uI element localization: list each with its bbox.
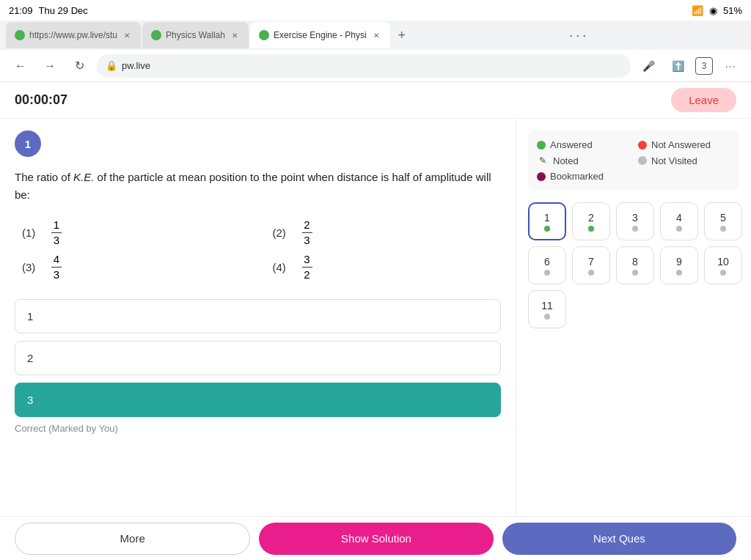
tab-favicon-1	[15, 30, 25, 40]
microphone-icon[interactable]: 🎤	[637, 54, 660, 78]
q-cell-8[interactable]: 8	[616, 246, 654, 284]
tab-close-1[interactable]: ✕	[122, 30, 132, 40]
q-cell-10[interactable]: 10	[704, 246, 742, 284]
question-number-grid: 1 2 3 4 5 6 7	[528, 202, 739, 328]
q-cell-5[interactable]: 5	[704, 202, 742, 240]
legend-not-answered: Not Answered	[638, 139, 730, 150]
answer-choice-1[interactable]: 1	[15, 299, 501, 334]
q-cell-3[interactable]: 3	[616, 202, 654, 240]
nav-bar: ← → ↻ 🔒 pw.live 🎤 ⬆️ 3 ···	[0, 50, 751, 82]
battery-indicator: ◉	[709, 5, 717, 16]
reload-button[interactable]: ↻	[67, 54, 91, 78]
app-header: 00:00:07 Leave	[0, 82, 751, 119]
tab-favicon-3	[259, 30, 269, 40]
option-3: (3) 4 3	[22, 253, 251, 281]
fraction-3-den: 3	[51, 268, 62, 281]
new-tab-button[interactable]: +	[392, 25, 412, 45]
fraction-4-den: 2	[302, 268, 312, 281]
legend-not-visited: Not Visited	[638, 155, 730, 166]
main-content: 1 The ratio of K.E. of the particle at m…	[0, 119, 751, 516]
lock-icon: 🔒	[106, 60, 117, 71]
noted-label: Noted	[553, 155, 579, 166]
tab-exercise-engine[interactable]: Exercise Engine - Physi ✕	[250, 22, 390, 48]
next-question-button[interactable]: Next Ques	[502, 523, 736, 555]
fraction-3: 4 3	[51, 253, 62, 281]
q-cell-7[interactable]: 7	[572, 246, 610, 284]
q-cell-6[interactable]: 6	[528, 246, 566, 284]
fraction-3-num: 4	[51, 253, 62, 268]
q-num-1: 1	[544, 212, 550, 224]
tab-close-3[interactable]: ✕	[371, 30, 381, 40]
option-label-3: (3)	[22, 261, 44, 273]
q-cell-4[interactable]: 4	[660, 202, 698, 240]
q-num-10: 10	[717, 256, 729, 268]
fraction-1-num: 1	[51, 218, 62, 233]
q-dot-8	[632, 270, 638, 276]
fraction-4-num: 3	[302, 253, 312, 268]
tabs-count-button[interactable]: 3	[695, 57, 713, 75]
legend-answered: Answered	[537, 139, 629, 150]
option-4: (4) 3 2	[273, 253, 502, 281]
more-options-icon[interactable]: ···	[719, 54, 742, 78]
question-panel: 1 The ratio of K.E. of the particle at m…	[0, 119, 516, 516]
q-num-5: 5	[720, 212, 726, 224]
answered-dot	[537, 141, 546, 150]
q-dot-10	[720, 270, 726, 276]
option-label-1: (1)	[22, 226, 44, 239]
option-1: (1) 1 3	[22, 218, 251, 247]
options-grid: (1) 1 3 (2) 2 3 (3) 4 3	[15, 218, 501, 281]
q-num-4: 4	[676, 212, 682, 224]
q-num-2: 2	[588, 212, 594, 224]
q-dot-9	[676, 270, 682, 276]
legend-noted: ✎ Noted	[537, 155, 629, 166]
tab-label-1: https://www.pw.live/stu	[29, 30, 117, 40]
q-cell-9[interactable]: 9	[660, 246, 698, 284]
tab-close-2[interactable]: ✕	[230, 30, 240, 40]
fraction-2: 2 3	[302, 218, 312, 247]
fraction-4: 3 2	[302, 253, 312, 281]
tab-physics-wallah[interactable]: Physics Wallah ✕	[142, 22, 249, 48]
q-cell-11[interactable]: 11	[528, 290, 566, 328]
url-text: pw.live	[122, 60, 150, 71]
leave-button[interactable]: Leave	[671, 88, 736, 112]
q-dot-7	[588, 270, 594, 276]
not-answered-label: Not Answered	[651, 139, 711, 150]
fraction-1-den: 3	[51, 233, 62, 247]
q-dot-2	[588, 226, 594, 232]
question-text: The ratio of K.E. of the particle at mea…	[15, 169, 501, 204]
bottom-bar: More Show Solution Next Ques	[0, 516, 751, 560]
timer-display: 00:00:07	[15, 92, 67, 108]
q-dot-6	[544, 270, 550, 276]
more-button[interactable]: More	[15, 523, 250, 555]
q-dot-11	[544, 314, 550, 320]
q-dot-4	[676, 226, 682, 232]
browser-actions: 🎤 ⬆️ 3 ···	[637, 54, 742, 78]
back-button[interactable]: ←	[9, 54, 32, 78]
answer-choice-3[interactable]: 3	[15, 383, 501, 417]
fraction-1: 1 3	[51, 218, 62, 247]
address-bar[interactable]: 🔒 pw.live	[97, 54, 631, 78]
tab-pw-live[interactable]: https://www.pw.live/stu ✕	[6, 22, 141, 48]
option-label-2: (2)	[273, 226, 295, 239]
share-icon[interactable]: ⬆️	[666, 54, 689, 78]
q-num-6: 6	[544, 256, 550, 268]
q-cell-2[interactable]: 2	[572, 202, 610, 240]
not-visited-dot	[638, 156, 647, 165]
q-cell-1[interactable]: 1	[528, 202, 566, 240]
not-visited-label: Not Visited	[651, 155, 697, 166]
show-solution-button[interactable]: Show Solution	[259, 523, 493, 555]
q-dot-3	[632, 226, 638, 232]
tab-label-2: Physics Wallah	[166, 30, 225, 40]
forward-button[interactable]: →	[38, 54, 62, 78]
option-2: (2) 2 3	[273, 218, 502, 247]
not-answered-dot	[638, 141, 647, 150]
correct-label: Correct (Marked by You)	[15, 423, 501, 434]
answered-label: Answered	[550, 139, 593, 150]
bookmarked-dot	[537, 172, 546, 181]
tab-bar: https://www.pw.live/stu ✕ Physics Wallah…	[0, 21, 751, 50]
battery-percent: 51%	[723, 5, 742, 16]
noted-icon: ✎	[537, 155, 549, 166]
answer-choice-2[interactable]: 2	[15, 341, 501, 375]
tab-favicon-2	[151, 30, 161, 40]
q-num-8: 8	[632, 256, 638, 268]
